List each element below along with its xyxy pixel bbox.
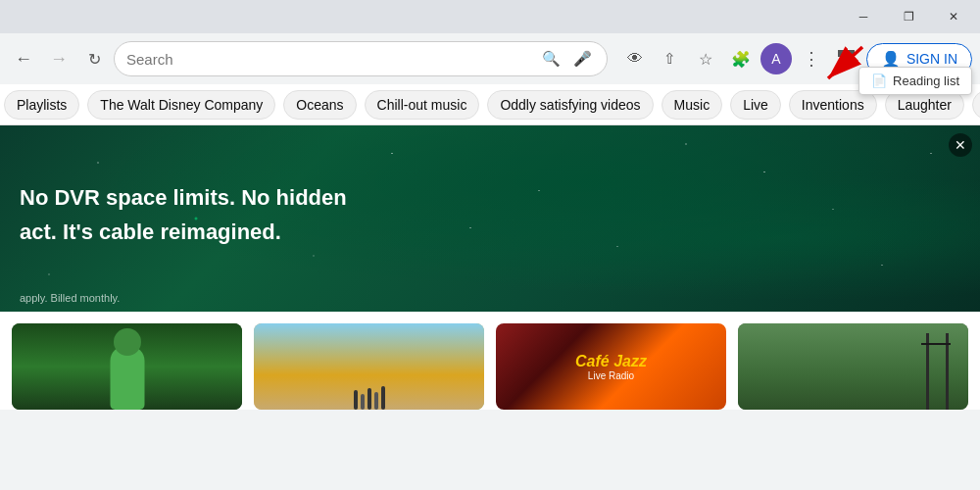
thumbnail-nature[interactable] <box>738 323 968 410</box>
cafe-jazz-title: Café Jazz <box>575 353 647 370</box>
titlebar: ─ ❐ ✕ <box>0 0 980 33</box>
more-button[interactable]: ⋮ <box>796 43 827 74</box>
thumbnail-green-character[interactable] <box>12 323 242 410</box>
chip-oddly[interactable]: Oddly satisfying videos <box>487 90 653 120</box>
chip-sitcoms[interactable]: Sitcoms <box>972 90 980 120</box>
back-button[interactable]: ← <box>8 43 39 74</box>
chip-playlists[interactable]: Playlists <box>4 90 79 120</box>
beach-people <box>254 380 484 410</box>
minimize-button[interactable]: ─ <box>841 0 886 33</box>
toolbar-right-icons: 👁︎ ⇧ ☆ 🧩 A ⋮ <box>619 43 827 74</box>
ad-text: No DVR space limits. No hidden act. It's… <box>20 184 347 252</box>
ad-line1: No DVR space limits. No hidden <box>20 184 347 213</box>
search-input[interactable] <box>126 51 532 68</box>
restore-button[interactable]: ❐ <box>886 0 931 33</box>
puzzle-icon[interactable]: 🧩 <box>725 43 757 74</box>
sign-in-label: SIGN IN <box>906 51 957 67</box>
svg-rect-1 <box>848 50 855 57</box>
chip-chillout[interactable]: Chill-out music <box>365 90 480 120</box>
chip-music[interactable]: Music <box>662 90 723 120</box>
ad-close-button[interactable]: ✕ <box>949 133 972 157</box>
reading-list-panel: 📄 Reading list <box>858 67 972 95</box>
eye-off-icon[interactable]: 👁︎ <box>619 43 651 74</box>
ad-fine-print: apply. Billed monthly. <box>20 292 120 304</box>
cafe-jazz-subtitle: Live Radio <box>588 370 634 381</box>
svg-rect-2 <box>838 60 845 67</box>
reading-list-icon: 📄 <box>871 74 887 88</box>
cafe-jazz-text: Café Jazz Live Radio <box>496 323 726 410</box>
sign-in-person-icon: 👤 <box>881 50 901 69</box>
close-button[interactable]: ✕ <box>931 0 976 33</box>
refresh-button[interactable]: ↻ <box>78 43 110 74</box>
browser-toolbar: ← → ↻ 🔍 🎤 👁︎ ⇧ ☆ 🧩 A ⋮ 👤 SIGN IN 📄 Readi… <box>0 33 980 84</box>
thumbnail-cafe-jazz[interactable]: Café Jazz Live Radio <box>496 323 726 410</box>
forward-button[interactable]: → <box>43 43 74 74</box>
profile-avatar[interactable]: A <box>760 43 792 74</box>
reading-list-label: Reading list <box>893 74 959 88</box>
ad-line2: act. It's cable reimagined. <box>20 219 347 247</box>
chip-live[interactable]: Live <box>730 90 781 120</box>
share-icon[interactable]: ⇧ <box>655 43 686 74</box>
svg-rect-0 <box>838 50 845 57</box>
svg-rect-3 <box>848 60 855 67</box>
ad-banner: No DVR space limits. No hidden act. It's… <box>0 125 980 312</box>
mic-icon[interactable]: 🎤 <box>571 47 595 71</box>
address-bar[interactable]: 🔍 🎤 <box>114 41 608 76</box>
apps-grid-icon[interactable] <box>831 43 862 74</box>
search-icon[interactable]: 🔍 <box>540 47 564 71</box>
chip-disney[interactable]: The Walt Disney Company <box>87 90 275 120</box>
thumbnail-beach[interactable] <box>254 323 484 410</box>
chip-oceans[interactable]: Oceans <box>283 90 356 120</box>
thumbnails-row: Café Jazz Live Radio <box>0 312 980 410</box>
star-icon[interactable]: ☆ <box>690 43 721 74</box>
chips-row: Playlists The Walt Disney Company Oceans… <box>0 84 980 125</box>
